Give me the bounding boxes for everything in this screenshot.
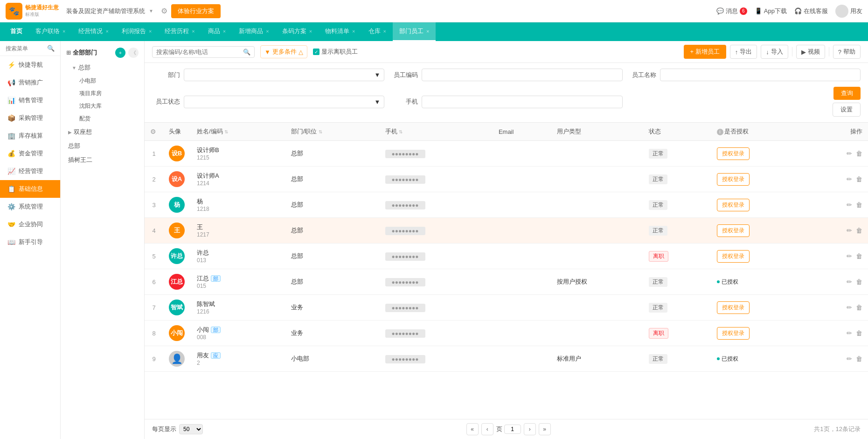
set-btn[interactable]: 设置 (833, 103, 861, 117)
edit-icon[interactable]: ✏ (847, 150, 852, 157)
dept-add-icon[interactable]: + (115, 48, 125, 58)
dept-item-chashuwang[interactable]: 插树王二 (61, 153, 144, 167)
tab-warehouse[interactable]: 仓库 × (362, 22, 393, 41)
dept-child-project[interactable]: 项目库房 (64, 87, 144, 100)
tab-bom[interactable]: 物料清单 × (319, 22, 361, 41)
edit-icon[interactable]: ✏ (847, 252, 852, 260)
empname-input[interactable] (660, 69, 861, 81)
more-filter-btn[interactable]: ▼ 更多条件 △ (260, 45, 307, 58)
dept-item-zongbu2[interactable]: 总部 (61, 139, 144, 153)
edit-icon[interactable]: ✏ (847, 278, 852, 286)
first-page-btn[interactable]: « (466, 423, 479, 435)
sidebar-item-guide[interactable]: 📖 新手引导 (0, 233, 60, 251)
auth-button[interactable]: 授权登录 (717, 327, 750, 340)
delete-icon[interactable]: 🗑 (856, 329, 862, 337)
dept-item-shuangzuo[interactable]: ▶ 双座想 (61, 125, 144, 139)
service-btn[interactable]: 🎧 在线客服 (794, 7, 828, 15)
edit-icon[interactable]: ✏ (847, 355, 852, 362)
auth-button[interactable]: 授权登录 (717, 250, 750, 263)
sidebar-item-enterprise[interactable]: 🤝 企业协同 (0, 216, 60, 233)
delete-icon[interactable]: 🗑 (856, 252, 862, 260)
tab-barcode[interactable]: 条码方案 × (276, 22, 319, 41)
trial-button[interactable]: 体验行业方案 (171, 4, 221, 18)
tab-process[interactable]: 经营历程 × (158, 22, 201, 41)
delete-icon[interactable]: 🗑 (856, 227, 862, 234)
tab-close-icon[interactable]: × (266, 28, 269, 34)
delete-icon[interactable]: 🗑 (856, 175, 862, 183)
dept-collapse-icon[interactable]: 《 (128, 48, 139, 58)
page-input[interactable] (504, 425, 521, 434)
tab-close-icon[interactable]: × (149, 28, 152, 34)
tab-add-goods[interactable]: 新增商品 × (232, 22, 275, 41)
tab-home[interactable]: 首页 (4, 22, 29, 41)
import-btn[interactable]: ↓ 导入 (761, 45, 788, 59)
sidebar-item-system[interactable]: ⚙️ 系统管理 (0, 198, 60, 216)
tab-close-icon[interactable]: × (105, 28, 108, 34)
sidebar-item-finance[interactable]: 💰 资金管理 (0, 145, 60, 162)
delete-icon[interactable]: 🗑 (856, 278, 862, 286)
view-btn[interactable]: ▶ 视频 (796, 45, 825, 59)
query-btn[interactable]: 查询 (833, 87, 861, 100)
tab-customer[interactable]: 客户联络 × (29, 22, 72, 41)
user-btn[interactable]: 用友 (835, 5, 862, 18)
tab-close-icon[interactable]: × (62, 28, 65, 34)
dept-item-zongbu[interactable]: ▼ 总部 (64, 61, 144, 75)
sidebar-search-input[interactable] (6, 45, 44, 52)
empcode-input[interactable] (422, 69, 622, 81)
sort-icon[interactable]: ⇅ (319, 129, 322, 134)
app-download-btn[interactable]: 📱 App下载 (755, 7, 787, 15)
sort-icon[interactable]: ⇅ (399, 129, 403, 134)
tab-close-icon[interactable]: × (352, 28, 355, 34)
edit-icon[interactable]: ✏ (847, 304, 852, 311)
show-resigned-toggle[interactable]: ✓ 显示离职员工 (313, 48, 358, 56)
tab-goods[interactable]: 商品 × (201, 22, 232, 41)
tab-close-icon[interactable]: × (223, 28, 226, 34)
auth-button[interactable]: 授权登录 (717, 147, 750, 160)
show-resigned-checkbox[interactable]: ✓ (313, 49, 319, 55)
last-page-btn[interactable]: » (539, 423, 551, 435)
settings-icon[interactable]: ⚙ (161, 7, 167, 15)
auth-button[interactable]: 授权登录 (717, 173, 750, 186)
dept-child-peihuo[interactable]: 配货 (64, 112, 144, 125)
next-page-btn[interactable]: › (524, 423, 536, 435)
auth-button[interactable]: 授权登录 (717, 301, 750, 314)
sort-icon[interactable]: ⇅ (224, 129, 228, 134)
edit-icon[interactable]: ✏ (847, 227, 852, 234)
status-select[interactable]: ▼ (184, 96, 384, 108)
tab-close-icon[interactable]: × (309, 28, 312, 34)
delete-icon[interactable]: 🗑 (856, 150, 862, 157)
system-dropdown-icon[interactable]: ▼ (149, 8, 153, 14)
phone-input[interactable] (422, 96, 622, 108)
search-submit-icon[interactable]: 🔍 (243, 49, 250, 56)
add-employee-btn[interactable]: + 新增员工 (684, 45, 726, 59)
col-settings-icon[interactable]: ⚙ (150, 128, 156, 135)
edit-icon[interactable]: ✏ (847, 201, 852, 209)
edit-icon[interactable]: ✏ (847, 175, 852, 183)
tab-close-icon[interactable]: × (192, 28, 194, 34)
tab-profit[interactable]: 利润报告 × (115, 22, 158, 41)
sidebar-item-inventory[interactable]: 🏢 库存核算 (0, 127, 60, 145)
message-btn[interactable]: 💬 消息 6 (716, 7, 747, 15)
delete-icon[interactable]: 🗑 (856, 304, 862, 311)
tab-employees[interactable]: 部门员工 × (393, 22, 436, 41)
auth-button[interactable]: 授权登录 (717, 224, 750, 237)
delete-icon[interactable]: 🗑 (856, 201, 862, 209)
sidebar-item-marketing[interactable]: 📢 营销推广 (0, 74, 60, 91)
tab-business-status[interactable]: 经营情况 × (72, 22, 115, 41)
delete-icon[interactable]: 🗑 (856, 355, 862, 362)
help-btn[interactable]: ? 帮助 (833, 45, 861, 59)
sidebar-item-sales[interactable]: 📊 销售管理 (0, 91, 60, 109)
sidebar-item-basic-info[interactable]: 📋 基础信息 (0, 180, 60, 198)
tab-close-icon[interactable]: × (383, 28, 386, 34)
edit-icon[interactable]: ✏ (847, 329, 852, 337)
search-input[interactable] (156, 49, 240, 56)
prev-page-btn[interactable]: ‹ (481, 423, 493, 435)
dept-child-shenyang[interactable]: 沈阳大库 (64, 100, 144, 112)
sidebar-item-quick-nav[interactable]: ⚡ 快捷导航 (0, 56, 60, 74)
sidebar-item-purchase[interactable]: 📦 采购管理 (0, 109, 60, 127)
tab-close-icon[interactable]: × (426, 28, 429, 34)
export-btn[interactable]: ↑ 导出 (730, 45, 757, 59)
page-size-select[interactable]: 50 100 200 (179, 424, 203, 434)
sidebar-item-business[interactable]: 📈 经营管理 (0, 162, 60, 180)
dept-select[interactable]: ▼ (184, 69, 384, 81)
